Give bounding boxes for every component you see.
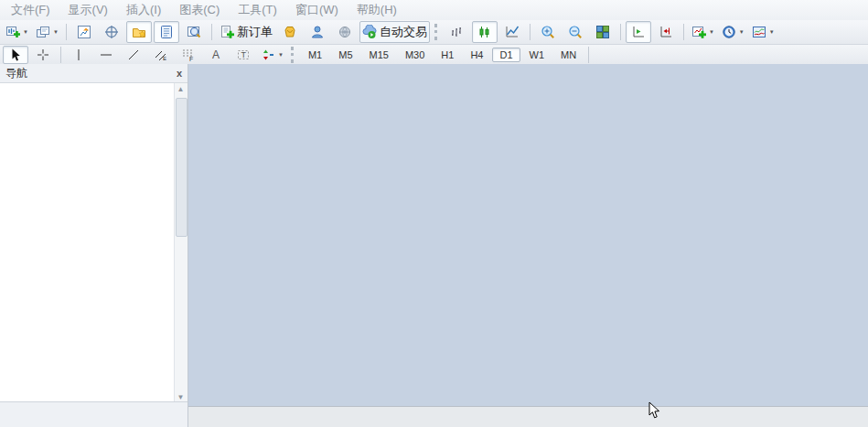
line-studies-and-timeframes-toolbar: EFAT▼M1M5M15M30H1H4D1W1MN	[0, 45, 868, 65]
data-window-button[interactable]	[99, 21, 124, 43]
text-label-icon: T	[236, 48, 251, 62]
templates-icon	[752, 25, 766, 39]
market-button[interactable]	[277, 21, 303, 43]
data-window-icon	[104, 25, 119, 39]
chevron-down-icon[interactable]: ▼	[769, 29, 775, 35]
zoom-out-button[interactable]	[563, 21, 588, 43]
menu-item[interactable]: 帮助(H)	[348, 0, 406, 21]
templates-button[interactable]: ▼	[749, 21, 777, 43]
auto-scroll-button[interactable]	[626, 21, 651, 43]
scrollbar-thumb[interactable]	[176, 98, 188, 237]
menu-item[interactable]: 文件(F)	[2, 0, 59, 21]
menu-item[interactable]: 显示(V)	[59, 0, 117, 21]
candlestick-chart-icon	[477, 25, 492, 39]
vertical-line-button[interactable]	[66, 46, 91, 64]
trend-line-button[interactable]	[121, 46, 146, 64]
zoom-in-icon	[541, 25, 555, 39]
chevron-down-icon[interactable]: ▼	[23, 29, 28, 35]
chevron-down-icon[interactable]: ▼	[709, 29, 714, 35]
autotrading-label: 自动交易	[380, 24, 427, 40]
menu-item[interactable]: 工具(T)	[229, 0, 286, 21]
timeframe-d1[interactable]: D1	[492, 48, 520, 62]
bar-chart-button[interactable]	[445, 21, 470, 43]
text-label-button[interactable]: T	[230, 46, 256, 64]
horizontal-line-button[interactable]	[93, 46, 119, 64]
tile-windows-icon	[595, 25, 610, 39]
crosshair-button[interactable]	[30, 46, 56, 64]
chevron-down-icon[interactable]: ▼	[739, 29, 745, 35]
market-watch-button[interactable]	[71, 21, 97, 43]
community-icon	[310, 25, 325, 39]
crosshair-icon	[36, 48, 50, 62]
periods-icon	[722, 25, 736, 39]
timeframe-m30[interactable]: M30	[398, 48, 432, 62]
navigator-panel: 导航 x ▲ ▼	[0, 64, 188, 427]
navigator-header[interactable]: 导航 x	[0, 64, 188, 83]
menu-item[interactable]: 图表(C)	[170, 0, 229, 21]
arrows-icon	[261, 48, 275, 62]
terminal-button[interactable]	[154, 21, 179, 43]
toolbar-drag-handle[interactable]	[434, 24, 440, 40]
strategy-tester-button[interactable]	[181, 21, 207, 43]
line-chart-button[interactable]	[499, 21, 525, 43]
strategy-tester-icon	[187, 25, 201, 39]
chevron-down-icon[interactable]: ▼	[278, 52, 284, 58]
autotrading-button[interactable]: 自动交易	[359, 21, 430, 43]
timeframe-mn[interactable]: MN	[553, 48, 584, 62]
svg-text:E: E	[163, 56, 166, 61]
mouse-cursor-icon	[646, 401, 660, 422]
fibonacci-button[interactable]: F	[176, 46, 201, 64]
arrows-button[interactable]: ▼	[258, 46, 286, 64]
navigator-icon	[132, 25, 146, 39]
navigator-button[interactable]	[126, 21, 152, 43]
timeframe-m1[interactable]: M1	[301, 48, 329, 62]
timeframe-w1[interactable]: W1	[522, 48, 552, 62]
timeframe-h1[interactable]: H1	[434, 48, 461, 62]
close-icon[interactable]: x	[177, 69, 182, 78]
zoom-out-icon	[568, 25, 583, 39]
tile-windows-button[interactable]	[590, 21, 616, 43]
chart-profiles-button[interactable]: ▼	[33, 21, 61, 43]
new-order-button[interactable]: 新订单	[217, 21, 275, 43]
menu-item[interactable]: 插入(I)	[117, 0, 170, 21]
chart-shift-button[interactable]	[653, 21, 679, 43]
navigator-tabs	[0, 401, 188, 427]
svg-text:A: A	[212, 48, 220, 61]
menu-bar: 文件(F)显示(V)插入(I)图表(C)工具(T)窗口(W)帮助(H)	[0, 0, 868, 20]
toolbar-separator	[588, 47, 589, 63]
new-order-label: 新订单	[237, 24, 273, 40]
cursor-button[interactable]	[3, 46, 28, 64]
chevron-down-icon[interactable]: ▼	[53, 29, 59, 35]
autotrading-icon	[362, 25, 377, 39]
timeframe-h4[interactable]: H4	[463, 48, 490, 62]
toolbar-separator	[530, 24, 530, 40]
chart-profiles-icon	[36, 25, 50, 39]
new-chart-button[interactable]: ▼	[3, 21, 31, 43]
signals-icon	[338, 25, 352, 39]
community-button[interactable]	[305, 21, 330, 43]
text-button[interactable]: A	[203, 46, 229, 64]
periods-button[interactable]: ▼	[719, 21, 747, 43]
navigator-scrollbar[interactable]: ▲ ▼	[174, 83, 188, 404]
equidistant-channel-button[interactable]: E	[148, 46, 174, 64]
scroll-up-icon[interactable]: ▲	[175, 83, 187, 96]
timeframe-m15[interactable]: M15	[362, 48, 396, 62]
indicators-icon	[691, 25, 706, 39]
timeframe-m5[interactable]: M5	[331, 48, 359, 62]
signals-button[interactable]	[332, 21, 358, 43]
market-icon	[283, 25, 297, 39]
chart-workspace	[188, 64, 868, 407]
new-chart-icon	[5, 25, 20, 39]
menu-item[interactable]: 窗口(W)	[286, 0, 348, 21]
candlestick-chart-button[interactable]	[472, 21, 498, 43]
mt4-application-window: 文件(F)显示(V)插入(I)图表(C)工具(T)窗口(W)帮助(H) ▼▼新订…	[0, 0, 868, 427]
svg-text:T: T	[241, 50, 247, 59]
toolbar-separator	[683, 24, 684, 40]
zoom-in-button[interactable]	[535, 21, 561, 43]
navigator-title: 导航	[5, 66, 27, 81]
chart-tab-bar	[188, 406, 868, 427]
toolbar-drag-handle[interactable]	[291, 47, 296, 63]
indicators-button[interactable]: ▼	[689, 21, 717, 43]
market-watch-icon	[77, 25, 91, 39]
toolbar-separator	[620, 24, 621, 40]
